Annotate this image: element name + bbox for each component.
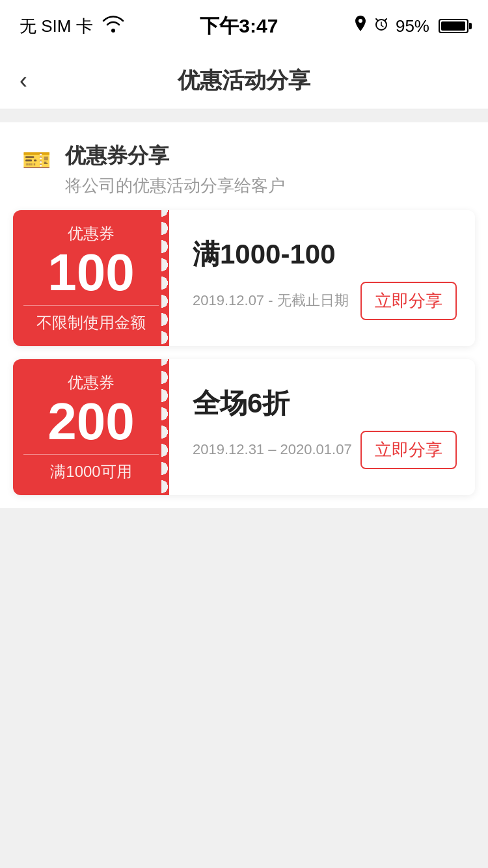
carrier-text: 无 SIM 卡 — [20, 15, 93, 38]
status-bar: 无 SIM 卡 下午3:47 95% — [0, 0, 488, 52]
share-button-2[interactable]: 立即分享 — [360, 431, 457, 469]
coupon-label-2: 优惠券 — [68, 372, 115, 393]
coupon-right-2: 全场6折 2019.12.31 – 2020.01.07 立即分享 — [169, 359, 475, 495]
coupon-card-1: 优惠券 100 不限制使用金额 满1000-100 2019.12.07 - 无… — [13, 210, 475, 346]
bottom-empty — [0, 508, 488, 834]
location-icon — [354, 16, 367, 37]
coupon-icon: 🎫 — [20, 143, 53, 177]
section-divider — [0, 109, 488, 122]
status-left: 无 SIM 卡 — [20, 15, 124, 38]
coupon-value-1: 100 — [47, 247, 134, 299]
coupon-condition-1: 不限制使用金额 — [36, 312, 146, 333]
coupon-name-2: 全场6折 — [193, 385, 457, 422]
coupon-date-1: 2019.12.07 - 无截止日期 — [193, 291, 354, 311]
battery-icon — [439, 19, 468, 33]
coupon-condition-2: 满1000可用 — [50, 461, 131, 482]
coupon-bottom-row-1: 2019.12.07 - 无截止日期 立即分享 — [193, 282, 457, 320]
coupon-date-2: 2019.12.31 – 2020.01.07 — [193, 440, 354, 460]
coupon-list: 优惠券 100 不限制使用金额 满1000-100 2019.12.07 - 无… — [0, 210, 488, 508]
alarm-icon — [373, 16, 389, 37]
section-text-group: 优惠券分享 将公司的优惠活动分享给客户 — [65, 142, 285, 197]
battery-percent: 95% — [396, 16, 429, 36]
nav-bar: ‹ 优惠活动分享 — [0, 52, 488, 109]
coupon-left-2: 优惠券 200 满1000可用 — [13, 359, 169, 495]
coupon-name-1: 满1000-100 — [193, 236, 457, 273]
coupon-value-2: 200 — [47, 396, 134, 448]
coupon-label-1: 优惠券 — [68, 223, 115, 244]
coupon-divider-2 — [23, 454, 159, 455]
wifi-icon — [102, 16, 124, 37]
coupon-right-1: 满1000-100 2019.12.07 - 无截止日期 立即分享 — [169, 210, 475, 346]
page-title: 优惠活动分享 — [178, 66, 310, 96]
coupon-divider-1 — [23, 305, 159, 306]
status-right: 95% — [354, 16, 468, 37]
status-time: 下午3:47 — [200, 13, 278, 40]
section-subtitle: 将公司的优惠活动分享给客户 — [65, 174, 285, 197]
section-title: 优惠券分享 — [65, 142, 285, 170]
coupon-left-1: 优惠券 100 不限制使用金额 — [13, 210, 169, 346]
back-button[interactable]: ‹ — [20, 67, 27, 94]
coupon-card-2: 优惠券 200 满1000可用 全场6折 2019.12.31 – 2020.0… — [13, 359, 475, 495]
share-button-1[interactable]: 立即分享 — [360, 282, 457, 320]
section-header: 🎫 优惠券分享 将公司的优惠活动分享给客户 — [0, 122, 488, 210]
coupon-bottom-row-2: 2019.12.31 – 2020.01.07 立即分享 — [193, 431, 457, 469]
